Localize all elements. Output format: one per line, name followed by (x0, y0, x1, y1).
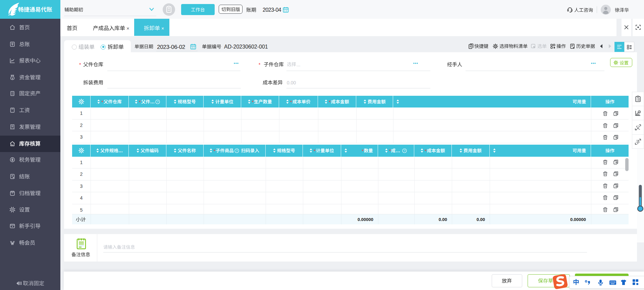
svg-text:?: ? (157, 100, 158, 103)
svg-text:?: ? (236, 149, 238, 152)
svg-text:?: ? (404, 149, 406, 152)
